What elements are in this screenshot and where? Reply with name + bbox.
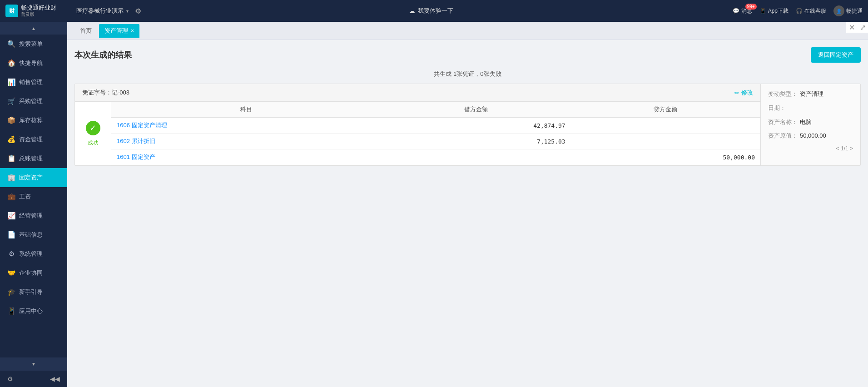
sidebar-scroll-down[interactable]: ▼: [0, 357, 67, 370]
online-service-label: 在线客服: [804, 7, 826, 15]
table-row: 1602 累计折旧7,125.03: [111, 134, 760, 149]
settings-bottom-icon[interactable]: ⚙: [7, 375, 13, 382]
cell-account: 1606 固定资产清理: [111, 118, 381, 134]
tab-home[interactable]: 首页: [74, 24, 97, 38]
online-service-button[interactable]: 🎧 在线客服: [796, 7, 826, 15]
success-indicator: ✓ 成功: [75, 102, 111, 165]
cell-credit: [571, 134, 760, 149]
voucher-number: 凭证字号：记-003: [82, 89, 129, 97]
fixed-assets-icon: 🏢: [7, 174, 15, 182]
sidebar-item-inventory[interactable]: 📦 库存核算: [0, 111, 67, 130]
success-icon: ✓: [86, 121, 100, 135]
sidebar-item-purchase[interactable]: 🛒 采购管理: [0, 92, 67, 111]
app-edition: 普及版: [21, 11, 56, 18]
result-summary: 共生成 1张凭证，0张失败: [74, 70, 861, 78]
app-download-button[interactable]: 📱 App下载: [759, 7, 789, 15]
voucher-body: ✓ 成功 科目 借方金额 贷方金额: [75, 102, 760, 165]
asset-name-value: 电脑: [800, 118, 812, 127]
original-value-value: 50,000.00: [800, 131, 826, 141]
result-header: 本次生成的结果 返回固定资产: [74, 47, 861, 63]
logo-icon: 财: [5, 5, 18, 17]
side-original-value: 资产原值： 50,000.00: [768, 131, 853, 141]
sidebar-item-app-center[interactable]: 📱 应用中心: [0, 302, 67, 321]
sidebar-scroll-up[interactable]: ▲: [0, 22, 67, 35]
sidebar-item-basic-info[interactable]: 📄 基础信息: [0, 225, 67, 244]
asset-name-label: 资产名称：: [768, 118, 800, 127]
app-download-label: App下载: [768, 7, 789, 15]
sidebar-item-cooperation[interactable]: 🤝 企业协同: [0, 263, 67, 283]
return-button[interactable]: 返回固定资产: [811, 47, 861, 63]
home-icon: 🏠: [7, 59, 15, 67]
logo-text-block: 畅捷通好业财 普及版: [21, 4, 56, 18]
next-page-icon[interactable]: >: [850, 145, 853, 152]
change-type-value: 资产清理: [800, 89, 823, 99]
change-type-label: 变动类型：: [768, 89, 800, 99]
tab-close-icon[interactable]: ×: [131, 28, 134, 34]
content-area: 首页 资产管理 × 本次生成的结果 返回固定资产 共生成 1张凭证，0张失败: [67, 22, 868, 387]
company-selector[interactable]: 医疗器械行业演示 ▾ ⚙: [76, 7, 400, 15]
sidebar-item-fixed-assets[interactable]: 🏢 固定资产: [0, 168, 67, 187]
capital-icon: 💰: [7, 135, 15, 144]
sidebar-item-label: 总账管理: [19, 154, 43, 163]
salary-icon: 💼: [7, 193, 15, 201]
col-account: 科目: [111, 102, 381, 118]
experience-icon: ☁: [409, 7, 415, 15]
topbar: 财 畅捷通好业财 普及版 医疗器械行业演示 ▾ ⚙ ☁ 我要体验一下 💬 消息 …: [0, 0, 868, 22]
ledger-icon: 📋: [7, 154, 15, 163]
edit-label: 修改: [741, 89, 753, 97]
sidebar-item-label: 基础信息: [19, 231, 43, 239]
app-center-icon: 📱: [7, 307, 15, 315]
cell-credit: [571, 118, 760, 134]
sidebar-item-quick-nav[interactable]: 🏠 快捷导航: [0, 54, 67, 73]
sidebar-bottom: ⚙ ◀◀: [0, 370, 67, 387]
panel-controls: ✕ ⤢: [846, 22, 868, 33]
sidebar-item-guide[interactable]: 🎓 新手引导: [0, 283, 67, 302]
sidebar-item-salary[interactable]: 💼 工资: [0, 187, 67, 206]
cell-debit: 42,874.97: [381, 118, 570, 134]
experience-link[interactable]: ☁ 我要体验一下: [409, 7, 732, 15]
original-value-label: 资产原值：: [768, 131, 800, 141]
topbar-right: 💬 消息 99+ 📱 App下载 🎧 在线客服 👤 畅捷通: [733, 5, 863, 16]
voucher-header: 凭证字号：记-003 ✏ 修改: [75, 84, 760, 102]
user-name: 畅捷通: [846, 7, 863, 15]
sidebar-item-label: 企业协同: [19, 269, 43, 277]
voucher-table: 科目 借方金额 贷方金额 1606 固定资产清理42,874.971602 累计…: [111, 102, 760, 165]
sidebar-item-search[interactable]: 🔍 搜索菜单: [0, 35, 67, 54]
voucher-main: 凭证字号：记-003 ✏ 修改 ✓ 成功: [75, 84, 760, 165]
company-dropdown-icon: ▾: [126, 9, 129, 14]
messages-badge: 99+: [745, 4, 757, 10]
close-panel-button[interactable]: ✕: [846, 22, 857, 33]
col-credit: 贷方金额: [571, 102, 760, 118]
page-content: 本次生成的结果 返回固定资产 共生成 1张凭证，0张失败 凭证字号：记-003 …: [67, 40, 868, 387]
date-label: 日期：: [768, 104, 800, 113]
sidebar-item-capital[interactable]: 💰 资金管理: [0, 130, 67, 149]
messages-button[interactable]: 💬 消息 99+: [733, 7, 752, 15]
sidebar-item-ledger[interactable]: 📋 总账管理: [0, 149, 67, 168]
sidebar-item-label: 销售管理: [19, 78, 43, 86]
sidebar-item-management[interactable]: 📈 经营管理: [0, 206, 67, 225]
side-pagination[interactable]: < 1/1 >: [768, 145, 853, 152]
app-logo: 财 畅捷通好业财 普及版: [5, 4, 73, 18]
side-asset-name: 资产名称： 电脑: [768, 118, 853, 127]
edit-button[interactable]: ✏ 修改: [734, 89, 753, 97]
user-menu[interactable]: 👤 畅捷通: [833, 5, 863, 16]
tab-asset-mgmt[interactable]: 资产管理 ×: [99, 24, 139, 38]
sidebar-item-label: 库存核算: [19, 116, 43, 124]
management-icon: 📈: [7, 212, 15, 220]
sidebar-item-system[interactable]: ⚙ 系统管理: [0, 244, 67, 263]
sales-icon: 📊: [7, 78, 15, 86]
company-settings-icon[interactable]: ⚙: [135, 7, 141, 15]
sidebar-item-sales[interactable]: 📊 销售管理: [0, 73, 67, 92]
company-name: 医疗器械行业演示: [76, 7, 124, 15]
collapse-sidebar-icon[interactable]: ◀◀: [50, 375, 60, 382]
tab-home-label: 首页: [80, 27, 92, 34]
table-row: 1606 固定资产清理42,874.97: [111, 118, 760, 134]
expand-panel-button[interactable]: ⤢: [857, 22, 868, 33]
prev-page-icon[interactable]: <: [836, 145, 839, 152]
sidebar-item-label: 采购管理: [19, 97, 43, 105]
cell-account: 1601 固定资产: [111, 149, 381, 165]
experience-text: 我要体验一下: [418, 7, 453, 15]
guide-icon: 🎓: [7, 288, 15, 296]
system-icon: ⚙: [7, 250, 15, 258]
sidebar-item-label: 固定资产: [19, 174, 43, 182]
